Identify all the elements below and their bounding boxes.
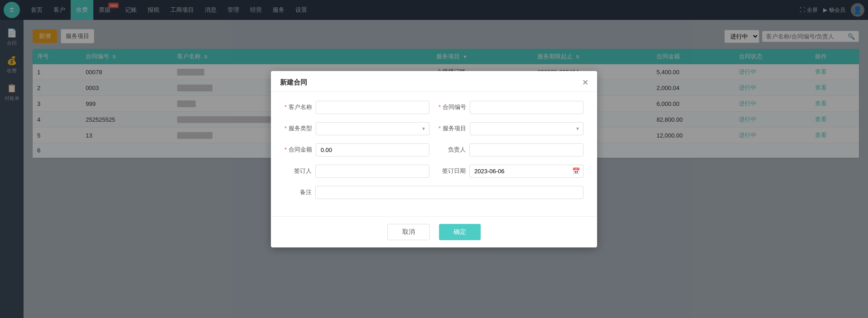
- service-type-select[interactable]: [316, 122, 429, 135]
- main-layout: 📄 合同 💰 收费 📋 对账单 新增 服务项目 进行中 已结束 全部: [0, 20, 868, 318]
- form-row-3: 合同金额 0.00 负责人: [285, 143, 583, 157]
- signer-label: 签订人: [285, 167, 312, 175]
- form-row-4: 签订人 签订日期 2023-06-06 📅: [285, 165, 583, 178]
- customer-name-input[interactable]: [316, 101, 429, 114]
- calendar-icon[interactable]: 📅: [572, 167, 580, 175]
- contract-no-input[interactable]: [470, 101, 583, 114]
- modal-header: 新建合同 ✕: [271, 71, 597, 92]
- form-row-1: 客户名称 合同编号: [285, 101, 583, 114]
- signer-input[interactable]: [315, 165, 429, 178]
- contract-no-label: 合同编号: [439, 103, 466, 111]
- amount-input[interactable]: 0.00: [316, 143, 429, 157]
- modal-overlay: 新建合同 ✕ 客户名称 合同编号: [24, 20, 868, 318]
- form-group-sign-date: 签订日期 2023-06-06 📅: [439, 165, 583, 178]
- form-group-signer: 签订人: [285, 165, 429, 178]
- modal-close-button[interactable]: ✕: [582, 78, 588, 87]
- person-in-charge-label: 负责人: [439, 146, 466, 154]
- form-group-customer-name: 客户名称: [285, 101, 429, 114]
- form-group-remark: 备注: [285, 186, 583, 199]
- form-group-service-item: 服务项目: [439, 122, 583, 135]
- form-group-person-in-charge: 负责人: [439, 143, 583, 157]
- modal-title: 新建合同: [280, 78, 307, 87]
- service-item-select-wrap: [470, 122, 583, 135]
- modal-body: 客户名称 合同编号 服务类型: [271, 92, 597, 216]
- remark-input[interactable]: [315, 186, 583, 199]
- person-in-charge-input[interactable]: [469, 143, 583, 157]
- service-item-select[interactable]: [470, 122, 583, 135]
- sign-date-label: 签订日期: [439, 167, 466, 175]
- sign-date-wrap: 2023-06-06 📅: [469, 165, 583, 178]
- sign-date-input[interactable]: 2023-06-06: [469, 165, 583, 178]
- customer-name-label: 客户名称: [285, 103, 312, 111]
- form-row-2: 服务类型 服务项目: [285, 122, 583, 135]
- service-item-label: 服务项目: [439, 124, 466, 133]
- form-group-amount: 合同金额 0.00: [285, 143, 429, 157]
- cancel-button[interactable]: 取消: [387, 224, 430, 240]
- confirm-button[interactable]: 确定: [439, 224, 481, 240]
- form-group-contract-no: 合同编号: [439, 101, 583, 114]
- new-contract-modal: 新建合同 ✕ 客户名称 合同编号: [271, 71, 597, 247]
- content-area: 新增 服务项目 进行中 已结束 全部 🔍 序号: [24, 20, 868, 318]
- service-type-label: 服务类型: [285, 124, 312, 133]
- modal-footer: 取消 确定: [271, 216, 597, 247]
- form-row-5: 备注: [285, 186, 583, 199]
- form-group-service-type: 服务类型: [285, 122, 429, 135]
- service-type-select-wrap: [316, 122, 429, 135]
- amount-label: 合同金额: [285, 146, 312, 154]
- remark-label: 备注: [285, 188, 312, 196]
